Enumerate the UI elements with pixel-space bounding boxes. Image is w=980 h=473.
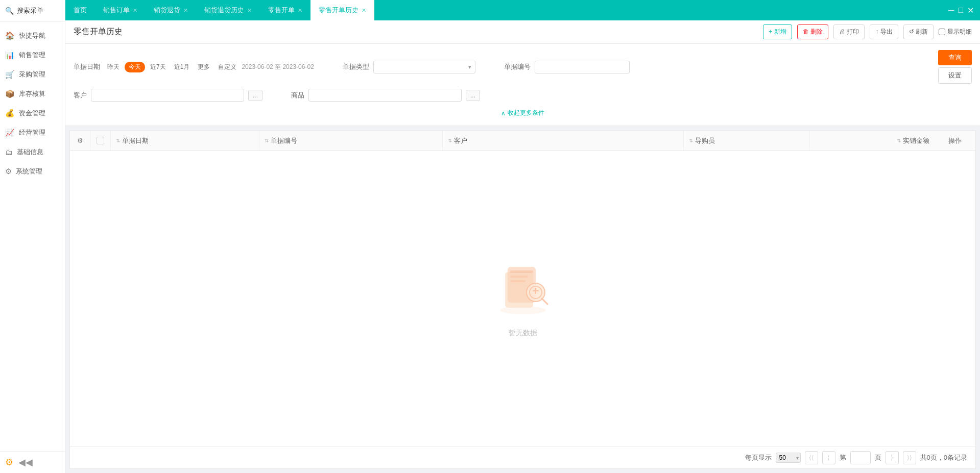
sidebar-icon-quick-nav: 🏠	[5, 31, 15, 40]
tab-sales-return[interactable]: 销货退货✕	[146, 0, 196, 20]
query-button[interactable]: 查询	[938, 50, 972, 65]
sidebar-menu: 🏠快捷导航📊销售管理🛒采购管理📦库存核算💰资金管理📈经营管理🗂基础信息⚙系统管理	[0, 22, 65, 451]
collapse-label: 收起更多条件	[508, 109, 544, 117]
collapse-filter[interactable]: ∧ 收起更多条件	[74, 107, 972, 119]
tab-close-retail-open[interactable]: ✕	[298, 7, 302, 14]
tab-label-sales-return: 销货退货	[154, 6, 180, 15]
sidebar-icon-basic-info: 🗂	[5, 148, 13, 157]
sidebar-item-sales-mgmt[interactable]: 📊销售管理	[0, 45, 65, 65]
date-shortcuts: 昨天今天近7天近1月更多自定义2023-06-02 至 2023-06-02	[104, 62, 314, 72]
sidebar-item-sys-mgmt[interactable]: ⚙系统管理	[0, 162, 65, 181]
tab-home[interactable]: 首页	[65, 0, 95, 20]
tab-retail-open[interactable]: 零售开单✕	[260, 0, 310, 20]
sidebar-item-purchase-mgmt[interactable]: 🛒采购管理	[0, 65, 65, 84]
page-number-input[interactable]: 1	[850, 451, 871, 464]
per-page-select-wrapper: 50 10 20 100	[776, 453, 801, 463]
th-amount[interactable]: ⇅实销金额	[809, 131, 935, 151]
sidebar-item-operations[interactable]: 📈经营管理	[0, 123, 65, 142]
collapse-sidebar-icon[interactable]: ◀◀	[18, 457, 33, 468]
minimize-icon[interactable]: ─	[948, 6, 954, 15]
date-btn-last7[interactable]: 近7天	[147, 62, 169, 72]
tab-label-sales-return-history: 销货退货历史	[204, 6, 244, 15]
date-btn-custom[interactable]: 自定义	[215, 62, 240, 72]
sidebar-item-basic-info[interactable]: 🗂基础信息	[0, 142, 65, 162]
date-range-text: 2023-06-02 至 2023-06-02	[242, 63, 314, 71]
customer-label: 客户	[74, 91, 87, 100]
th-label-num: 单据编号	[271, 136, 297, 145]
page-title: 零售开单历史	[74, 27, 758, 37]
tab-sales-order[interactable]: 销售订单✕	[95, 0, 146, 20]
select-all-checkbox[interactable]	[97, 137, 104, 144]
delete-button[interactable]: 🗑 删除	[797, 24, 828, 39]
filter-area: 单据日期 昨天今天近7天近1月更多自定义2023-06-02 至 2023-06…	[65, 44, 980, 126]
sidebar-item-quick-nav[interactable]: 🏠快捷导航	[0, 26, 65, 45]
sidebar-label-quick-nav: 快捷导航	[19, 31, 45, 40]
next-page-btn[interactable]: ⟩	[886, 451, 899, 464]
doc-type-select[interactable]	[373, 61, 475, 73]
page-label: 第	[840, 453, 846, 462]
date-btn-last_month[interactable]: 近1月	[171, 62, 193, 72]
sidebar-search-label: 搜索采单	[17, 6, 43, 15]
per-page-select[interactable]: 50 10 20 100	[776, 453, 801, 463]
sidebar-label-finance: 资金管理	[19, 109, 45, 118]
date-btn-today[interactable]: 今天	[125, 62, 145, 72]
add-button[interactable]: + 新增	[763, 24, 792, 39]
doc-type-filter-field: 单据类型	[343, 61, 475, 73]
th-sort-icon-date: ⇅	[116, 138, 120, 143]
print-button[interactable]: 🖨 打印	[833, 24, 865, 39]
th-num[interactable]: ⇅单据编号	[259, 131, 443, 151]
table-area: ⚙ ⇅单据日期⇅单据编号⇅客户⇅导购员⇅实销金额操作 暂无数据	[69, 130, 976, 469]
filter-row-2: 客户 ... 商品 ...	[74, 89, 972, 102]
sidebar-item-finance[interactable]: 💰资金管理	[0, 104, 65, 123]
export-button[interactable]: ↑ 导出	[870, 24, 898, 39]
th-label-customer: 客户	[454, 136, 467, 145]
sidebar-search[interactable]: 🔍 搜索采单	[0, 0, 65, 22]
prev-page-btn[interactable]: ⟨	[822, 451, 835, 464]
th-label-amount: 实销金额	[903, 136, 929, 145]
sidebar-item-inventory[interactable]: 📦库存核算	[0, 84, 65, 104]
date-btn-more[interactable]: 更多	[195, 62, 213, 72]
date-btn-yesterday[interactable]: 昨天	[104, 62, 123, 72]
sidebar-icon-operations: 📈	[5, 128, 15, 137]
show-detail-checkbox[interactable]	[939, 29, 945, 35]
empty-state: 暂无数据	[70, 151, 975, 446]
goods-ellipsis-btn[interactable]: ...	[466, 90, 480, 101]
doc-num-input[interactable]	[535, 61, 630, 73]
tab-close-sales-order[interactable]: ✕	[133, 7, 137, 14]
th-customer[interactable]: ⇅客户	[443, 131, 683, 151]
show-detail-label[interactable]: 显示明细	[939, 28, 972, 36]
settings-icon: ⚙	[77, 137, 83, 144]
goods-input[interactable]	[308, 89, 462, 102]
th-guide[interactable]: ⇅导购员	[684, 131, 809, 151]
tab-close-retail-history[interactable]: ✕	[362, 7, 366, 14]
first-page-btn[interactable]: ⟨⟨	[805, 451, 818, 464]
th-date[interactable]: ⇅单据日期	[111, 131, 259, 151]
svg-rect-3	[510, 270, 533, 273]
tab-close-sales-return-history[interactable]: ✕	[247, 7, 252, 14]
show-detail-text: 显示明细	[947, 28, 972, 36]
sidebar-label-purchase-mgmt: 采购管理	[19, 70, 45, 79]
last-page-btn[interactable]: ⟩⟩	[903, 451, 916, 464]
customer-ellipsis-btn[interactable]: ...	[248, 90, 262, 101]
sidebar-label-inventory: 库存核算	[19, 89, 45, 98]
th-checkbox[interactable]	[90, 131, 111, 151]
refresh-button[interactable]: ↺ 刷新	[903, 24, 934, 39]
doc-type-label: 单据类型	[343, 62, 369, 71]
tab-retail-history[interactable]: 零售开单历史✕	[310, 0, 374, 20]
top-nav: 首页销售订单✕销货退货✕销货退货历史✕零售开单✕零售开单历史✕ ─ □ ✕	[65, 0, 980, 20]
tab-label-retail-history: 零售开单历史	[319, 6, 358, 15]
tab-sales-return-history[interactable]: 销货退货历史✕	[196, 0, 260, 20]
filter-settings-button[interactable]: 设置	[938, 67, 972, 84]
gear-icon[interactable]: ⚙	[5, 457, 13, 468]
customer-input[interactable]	[91, 89, 244, 102]
th-settings[interactable]: ⚙	[70, 131, 90, 151]
empty-text: 暂无数据	[509, 329, 537, 338]
tab-close-sales-return[interactable]: ✕	[183, 7, 188, 14]
filter-actions: 查询 设置	[938, 50, 972, 84]
sidebar-label-basic-info: 基础信息	[17, 147, 43, 157]
sidebar-icon-finance: 💰	[5, 109, 15, 118]
restore-icon[interactable]: □	[958, 6, 963, 15]
close-icon[interactable]: ✕	[967, 6, 974, 15]
customer-filter-field: 客户 ...	[74, 89, 262, 102]
date-filter-field: 单据日期 昨天今天近7天近1月更多自定义2023-06-02 至 2023-06…	[74, 62, 314, 72]
